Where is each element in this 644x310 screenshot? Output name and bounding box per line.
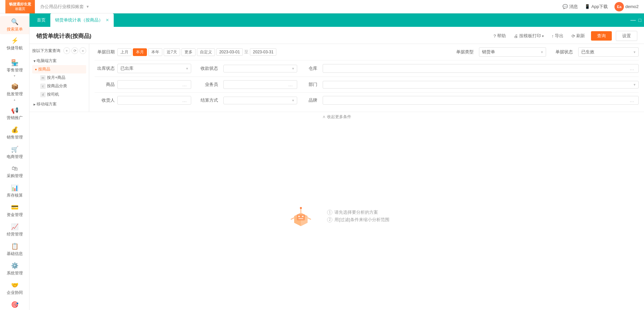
finance-label: 资金管理 [7,212,23,218]
sidebar-item-newguide[interactable]: 🎯 新手引导 [0,298,30,310]
scheme-group-mobile[interactable]: ▸ 移动端方案 [32,100,86,108]
sidebar-item-ecommerce[interactable]: 🛒 电商管理 [0,143,30,162]
date-btn-this-year[interactable]: 本年 [148,48,162,56]
empty-number-1: 1 [327,210,332,215]
goods-more-dots[interactable]: … [181,82,188,87]
sidebar-item-basic[interactable]: 📋 基础信息 [0,240,30,259]
collect-status-label: 收款状态 [194,65,221,71]
sidebar-item-system[interactable]: ⚙️ 系统管理 [0,259,30,279]
sidebar-item-marketing[interactable]: 📢 营销推广 [0,104,30,123]
export-btn[interactable]: ↑ 导出 [550,32,566,40]
department-select[interactable]: ▾ [323,81,639,89]
help-btn[interactable]: ? 帮助 [491,32,507,40]
collect-status-select[interactable]: ▾ [223,65,297,72]
sidebar-item-quicknav[interactable]: ⚡ 快捷导航 [0,34,30,54]
doc-type-select[interactable]: 销货单 ▾ [479,47,546,57]
app-download-btn[interactable]: 📱 App下载 [585,4,608,10]
operations-label: 经营管理 [7,231,23,237]
window-minimize-btn[interactable]: — [631,17,636,23]
tab-sales-stat-label: 销货单统计表（按商品） [55,17,103,23]
collapse-bar[interactable]: ∧ 收起更多条件 [30,112,644,122]
sidebar-item-wholesale[interactable]: 📦 批发管理 ▴ [0,80,30,104]
quicknav-icon: ⚡ [11,37,18,44]
scheme-item-by-month-product[interactable]: m 按月+商品 [32,73,86,82]
print-icon: 🖨 [514,34,518,39]
brand-input[interactable]: … [323,96,639,105]
brand-more-dots[interactable]: … [628,98,636,103]
department-chevron: ▾ [634,83,636,87]
template-print-arrow[interactable]: ▾ [542,34,544,38]
empty-number-2: 2 [327,217,332,222]
sidebar-item-inventory[interactable]: 📊 库存核算 [0,182,30,201]
message-btn[interactable]: 💬 消息 [562,4,578,10]
query-btn[interactable]: 查询 [591,31,612,41]
sidebar-item-operations[interactable]: 📈 经营管理 [0,220,30,240]
sidebar-item-purchase[interactable]: 🛍 采购管理 [0,162,30,182]
user-menu-btn[interactable]: Ea demo2 [614,2,639,11]
empty-texts: 1 请先选择要分析的方案 2 用[过滤]条件来缩小分析范围 [327,209,389,223]
empty-hint-2-text: 用[过滤]条件来缩小分析范围 [334,217,389,223]
tab-sales-stat[interactable]: 销货单统计表（按商品） ✕ [50,13,114,27]
sidebar-item-search[interactable]: 🔍 搜索菜单 [0,16,30,34]
scheme-collapse-icon[interactable]: « [79,47,86,54]
date-btn-last-7-days[interactable]: 近7天 [164,48,180,56]
template-print-btn[interactable]: 🖨 按模板打印 ▾ [512,32,546,40]
purchase-icon: 🛍 [12,165,18,172]
tab-home[interactable]: 首页 [32,13,50,27]
tab-close-icon[interactable]: ✕ [106,18,109,22]
export-label: 导出 [555,33,564,39]
scheme-panel: 按以下方案查询 + ⟳ « ▾ 电脑端方案 ● [30,44,89,112]
salesperson-input[interactable]: … [223,80,297,89]
scheme-add-icon[interactable]: + [63,47,70,54]
sales-label: 销售管理 [7,135,23,140]
date-range-start[interactable]: 2023-03-01 [216,48,243,56]
nav-tabs: 首页 销货单统计表（按商品） ✕ — □ [30,13,644,27]
receiver-more-dots[interactable]: … [181,98,188,103]
wholesale-icon: 📦 [11,83,18,90]
date-btn-last-month[interactable]: 上月 [117,48,131,56]
sidebar-item-sales[interactable]: 💰 销售管理 [0,123,30,143]
date-btn-custom[interactable]: 自定义 [197,48,215,56]
date-range-end[interactable]: 2023-03-31 [250,48,276,56]
message-label: 消息 [569,4,578,10]
doc-status-select[interactable]: 已生效 ▾ [578,47,639,57]
settlement-select[interactable]: ▾ [223,97,297,104]
dropdown-arrow[interactable]: ▾ [87,4,89,9]
scheme-item-by-category[interactable]: c 按商品分类 [32,82,86,90]
refresh-btn[interactable]: ⟳ 刷新 [570,32,587,40]
scheme-item-by-product[interactable]: ● 按商品 [32,65,86,73]
main-layout: 🔍 搜索菜单 ⚡ 快捷导航 🏪 零售管理 ▾ 📦 批发管理 ▴ 📢 营销推广 💰 [0,13,644,310]
department-label: 部门 [300,82,320,88]
avatar: Ea [614,2,624,11]
salesperson-more-dots[interactable]: … [287,82,294,87]
app-download-icon: 📱 [585,4,590,9]
scheme-panel-icons: + ⟳ « [63,47,86,54]
goods-input[interactable]: … [117,80,191,89]
date-btn-more[interactable]: 更多 [181,48,196,56]
warehouse-input[interactable]: … [323,64,639,73]
window-maximize-btn[interactable]: □ [639,17,641,23]
retail-arrow: ▾ [14,74,15,78]
dropdown-label[interactable]: 办公用品行业模拟账套 [40,4,84,10]
brand-label: 品牌 [300,97,320,103]
filter-row-outstatus: 出库状态 已出库 ▾ 收款状态 ▾ 仓库 … [95,64,639,73]
scheme-refresh-icon[interactable]: ⟳ [71,47,78,54]
empty-hint-1: 1 请先选择要分析的方案 [327,209,389,216]
settings-btn[interactable]: 设置 [616,31,637,41]
sidebar-item-finance[interactable]: 💳 资金管理 [0,201,30,220]
sidebar-item-enterprise[interactable]: 🤝 企业协同 [0,279,30,298]
retail-icon: 🏪 [11,59,18,66]
refresh-label: 刷新 [576,33,585,39]
inventory-label: 库存核算 [7,193,23,198]
retail-label: 零售管理 [7,67,23,73]
out-status-select[interactable]: 已出库 ▾ [117,64,191,73]
template-print-label: 按模板打印 [519,33,541,39]
scheme-group-desktop[interactable]: ▾ 电脑端方案 [32,57,86,65]
sidebar-item-retail[interactable]: 🏪 零售管理 ▾ [0,56,30,80]
enterprise-icon: 🤝 [11,281,18,289]
enterprise-label: 企业协同 [7,290,23,296]
scheme-item-by-cashier[interactable]: d 按司机 [32,90,86,99]
receiver-input[interactable]: … [117,96,191,105]
date-btn-this-month[interactable]: 本月 [133,48,147,56]
warehouse-more-dots[interactable]: … [628,66,636,71]
